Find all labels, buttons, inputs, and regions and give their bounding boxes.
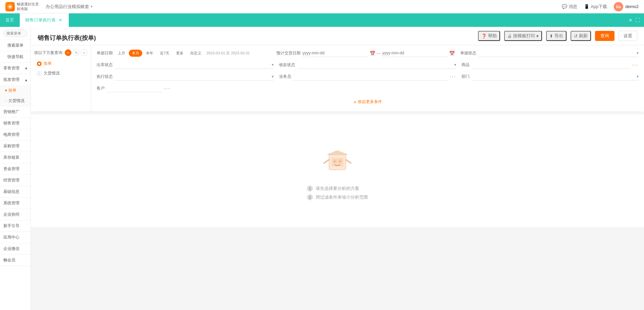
tab-sales-exec[interactable]: 销售订单执行表 ✕: [20, 13, 69, 27]
product-input[interactable]: [472, 61, 630, 69]
quick-date-custom[interactable]: 自定义: [187, 50, 204, 57]
content-area: 销售订单执行表(按单) ❓ 帮助 🖨 按模板打印 ▾ ⬆ 导出 ↺ 刷新: [31, 27, 644, 310]
help-icon: ❓: [481, 34, 487, 39]
app-download-action[interactable]: 📱 App下载: [584, 4, 607, 10]
svg-point-5: [334, 161, 335, 162]
sidebar-section-finance-header[interactable]: 资金管理: [0, 163, 31, 174]
exec-status-label: 执行状态: [97, 74, 113, 80]
date-range-text: 2023-03-01 至 2023-03-31: [206, 51, 250, 56]
sidebar-section-purchase-header[interactable]: 采购管理: [0, 141, 31, 152]
tab-sales-exec-label: 销售订单执行表: [25, 17, 56, 23]
export-button[interactable]: ⬆ 导出: [546, 31, 567, 41]
salesperson-more-icon[interactable]: ···: [450, 74, 456, 80]
sidebar-section-guide-header[interactable]: 新手引导: [0, 220, 31, 231]
scheme-item-by-order[interactable]: 按单: [34, 59, 88, 68]
dept-arrow-icon: ▾: [637, 74, 639, 79]
collect-status-label: 收款状态: [279, 62, 295, 68]
sidebar-section-retail: 零售管理 ▾: [0, 63, 31, 74]
filter-item-dept: 部门 ▾: [462, 73, 639, 81]
quick-date-group: 上月 本月 本年 近7天 更多 自定义: [115, 50, 204, 57]
sidebar-section-retail-header[interactable]: 零售管理 ▾: [0, 63, 31, 74]
outbound-arrow-icon: ▾: [272, 62, 274, 67]
collapse-label: 收起更多条件: [358, 99, 382, 105]
sidebar-item-search-menu[interactable]: 搜索菜单: [0, 40, 31, 51]
exec-status-select[interactable]: ▾: [115, 73, 274, 81]
breadcrumb-arrow[interactable]: ▾: [91, 4, 93, 9]
message-action[interactable]: 💬 消息: [562, 4, 577, 10]
empty-steps: 1 请先选择要分析的方案 2 用过滤条件来缩小分析范围: [307, 186, 368, 200]
customer-input[interactable]: [107, 85, 162, 92]
quick-date-cur-year[interactable]: 本年: [143, 50, 156, 57]
search-button[interactable]: 查询: [595, 31, 614, 41]
expand-window-icon[interactable]: ⛶: [635, 17, 640, 23]
settings-button[interactable]: 设置: [619, 31, 637, 41]
doc-status-label: 单据状态: [460, 50, 476, 56]
outbound-status-select[interactable]: ▾: [115, 61, 274, 69]
collect-status-select[interactable]: ▾: [297, 61, 456, 69]
sidebar-section-sales-header[interactable]: 销售管理: [0, 118, 31, 129]
tab-home[interactable]: 首页: [0, 13, 20, 27]
empty-step-2: 2 用过滤条件来缩小分析范围: [307, 194, 368, 200]
chevron-icon: ▾: [25, 66, 27, 71]
calendar-to-icon[interactable]: 📅: [449, 51, 455, 56]
top-header: 畅捷通好生意 标准版 办公用品行业模拟账套 ▾ 💬 消息 📱 App下载 Ea …: [0, 0, 644, 13]
sidebar: 搜索菜单 快捷导航 零售管理 ▾ 批发管理 ▴ ● 按单 ○ 欠货情况: [0, 27, 31, 310]
sidebar-section-app-center-header[interactable]: 应用中心: [0, 232, 31, 243]
sidebar-section-basic-info: 基础信息: [0, 186, 31, 198]
sidebar-section-inventory-header[interactable]: 库存核算: [0, 152, 31, 163]
sidebar-item-shortage[interactable]: ○ 欠货情况: [0, 96, 31, 106]
sidebar-section-basic-info-header[interactable]: 基础信息: [0, 186, 31, 197]
sidebar-section-ecommerce-header[interactable]: 电商管理: [0, 129, 31, 140]
doc-status-arrow-icon: ▾: [637, 51, 639, 55]
main-layout: 搜索菜单 快捷导航 零售管理 ▾ 批发管理 ▴ ● 按单 ○ 欠货情况: [0, 27, 644, 310]
search-input[interactable]: [3, 30, 27, 37]
sidebar-section-guide: 新手引导: [0, 220, 31, 232]
expected-date-from[interactable]: [303, 49, 368, 57]
sidebar-section-vip-header[interactable]: 畅会员: [0, 255, 31, 266]
filter-schemes-actions: + ✎ «: [65, 49, 88, 56]
collapse-scheme-btn[interactable]: «: [81, 49, 88, 56]
edit-scheme-btn[interactable]: ✎: [73, 49, 79, 56]
filter-row-4: 客户 ···: [97, 85, 639, 92]
sidebar-item-by-order[interactable]: ● 按单: [0, 85, 31, 96]
sidebar-item-quick-nav[interactable]: 快捷导航: [0, 51, 31, 63]
quick-date-cur-month[interactable]: 本月: [129, 50, 142, 57]
step-2-text: 用过滤条件来缩小分析范围: [316, 194, 368, 200]
print-template-button[interactable]: 🖨 按模板打印 ▾: [504, 31, 542, 41]
user-name: demo2: [625, 4, 639, 9]
close-window-icon[interactable]: ✕: [629, 17, 633, 23]
filter-schemes: 按以下方案查询 + ✎ «: [31, 45, 91, 111]
doc-status-select[interactable]: ▾: [478, 49, 639, 57]
collapse-more-conditions[interactable]: ∧ 收起更多条件: [97, 96, 639, 107]
expected-date-to[interactable]: [382, 49, 448, 57]
scheme-item-shortage[interactable]: 欠货情况: [34, 68, 88, 78]
print-icon: 🖨: [507, 34, 512, 39]
sidebar-section-wechat: 企业微信: [0, 243, 31, 255]
add-scheme-btn[interactable]: +: [65, 49, 71, 56]
logo-icon: [5, 2, 15, 11]
quick-date-7days[interactable]: 近7天: [157, 50, 172, 57]
filter-item-exec-status: 执行状态 ▾: [97, 73, 274, 81]
salesperson-input[interactable]: [293, 73, 448, 81]
scheme-dot-active: [37, 61, 42, 66]
filter-item-date: 单据日期 上月 本月 本年 近7天 更多 自定义 2023-03-01 至 20…: [97, 50, 271, 57]
dept-select[interactable]: ▾: [472, 73, 639, 81]
product-more-icon[interactable]: ···: [632, 62, 639, 68]
refresh-button[interactable]: ↺ 刷新: [571, 31, 591, 41]
filter-item-outbound-status: 出库状态 ▾: [97, 61, 274, 69]
tab-close-icon[interactable]: ✕: [58, 17, 63, 23]
sidebar-section-enterprise-header[interactable]: 企业协同: [0, 209, 31, 220]
sidebar-section-system-header[interactable]: 系统管理: [0, 198, 31, 209]
user-area[interactable]: Ea demo2: [614, 2, 639, 11]
customer-more-icon[interactable]: ···: [164, 86, 170, 92]
sidebar-section-marketing-header[interactable]: 营销推广: [0, 106, 31, 117]
chevron-up-icon: ▴: [25, 78, 27, 82]
calendar-from-icon[interactable]: 📅: [370, 51, 375, 56]
customer-label: 客户: [97, 86, 105, 91]
sidebar-section-wholesale-header[interactable]: 批发管理 ▴: [0, 74, 31, 85]
sidebar-section-operation-header[interactable]: 经营管理: [0, 175, 31, 186]
quick-date-prev-month[interactable]: 上月: [115, 50, 128, 57]
quick-date-more[interactable]: 更多: [173, 50, 186, 57]
sidebar-section-wechat-header[interactable]: 企业微信: [0, 243, 31, 254]
help-button[interactable]: ❓ 帮助: [478, 31, 500, 41]
